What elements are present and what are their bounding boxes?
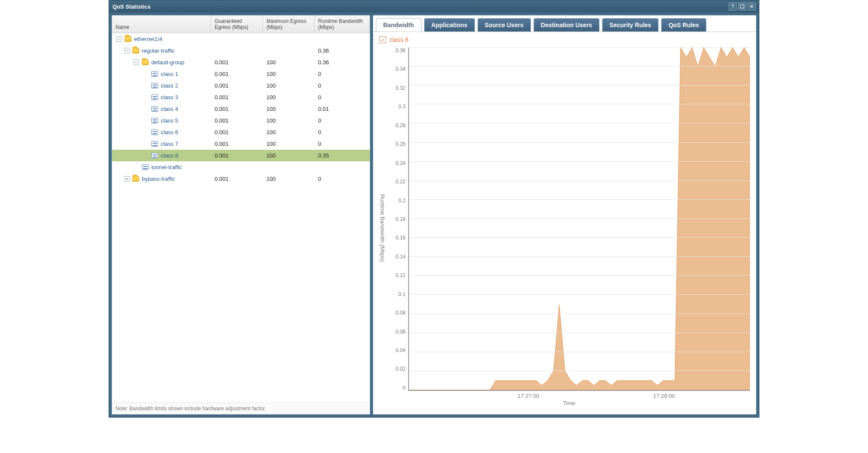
class-icon (142, 164, 149, 170)
tree-name-cell[interactable]: class 2 (112, 82, 211, 89)
close-button[interactable]: ✕ (748, 3, 756, 10)
col-header-maximum[interactable]: Maximum Egress (Mbps) (263, 16, 315, 33)
cell-runtime: 0 (315, 141, 370, 147)
tree-node-label[interactable]: class 1 (161, 71, 178, 77)
plot-grid: 00.020.040.060.080.10.120.140.160.180.20… (388, 47, 750, 391)
help-button[interactable]: ? (729, 3, 737, 10)
col-header-name[interactable]: Name (112, 16, 211, 33)
cell-runtime: 0 (315, 82, 370, 89)
tree-row-bypass-traffic[interactable]: +bypass-traffic0.0011000 (112, 173, 370, 185)
folder-icon (142, 60, 149, 65)
tree-row-class-1[interactable]: class 10.0011000 (112, 68, 370, 80)
tree-node-label[interactable]: tunnel-traffic (151, 164, 182, 170)
folder-icon (132, 48, 139, 53)
tree-node-label[interactable]: class 8 (161, 152, 178, 159)
tree-node-label[interactable]: class 2 (161, 82, 178, 89)
x-axis: 17:27:0017:28:00 Time (388, 391, 750, 408)
tree-node-label[interactable]: class 3 (161, 94, 178, 101)
expand-placeholder (143, 129, 149, 135)
expand-placeholder (143, 106, 149, 112)
y-tick: 0.28 (396, 123, 406, 129)
collapse-icon[interactable]: − (116, 36, 122, 42)
tree-name-cell[interactable]: class 7 (112, 141, 211, 147)
collapse-icon[interactable]: − (124, 48, 130, 53)
tree-node-label[interactable]: class 5 (161, 117, 178, 124)
cell-maximum: 100 (263, 71, 315, 77)
tree-name-cell[interactable]: class 5 (112, 117, 211, 124)
tree-row-class-2[interactable]: class 20.0011000 (112, 80, 370, 91)
plot-area[interactable] (408, 47, 750, 391)
chart-legend: ✓ class 8 (379, 36, 750, 43)
collapse-icon[interactable]: − (134, 60, 139, 65)
chart-area: ✓ class 8 Runtime Bandwidth (Mbps) 00.02… (373, 32, 756, 414)
tree-name-cell[interactable]: tunnel-traffic (112, 164, 211, 170)
tree-name-cell[interactable]: class 8 (112, 152, 211, 159)
area-series-class8 (409, 47, 750, 390)
folder-icon (125, 36, 131, 42)
tree-row-ethernet1-4[interactable]: −ethernet1/4 (112, 33, 370, 45)
legend-series-label[interactable]: class 8 (390, 36, 409, 43)
tree-node-label[interactable]: class 4 (161, 106, 178, 112)
tree-node-label[interactable]: ethernet1/4 (134, 36, 162, 42)
tree-node-label[interactable]: class 7 (161, 141, 178, 147)
tree-row-tunnel-traffic[interactable]: tunnel-traffic (112, 161, 370, 173)
y-tick: 0.16 (396, 235, 406, 241)
window-title: QoS Statistics (112, 3, 150, 10)
tab-security-rules[interactable]: Security Rules (602, 18, 659, 31)
legend-checkbox-class8[interactable]: ✓ (379, 36, 386, 43)
cell-maximum: 100 (263, 129, 315, 135)
tree-row-regular-traffic[interactable]: −regular-traffic0.36 (112, 45, 370, 57)
class-icon (151, 83, 158, 88)
y-tick: 0.36 (396, 47, 406, 53)
tab-qos-rules[interactable]: QoS Rules (661, 18, 706, 31)
expand-icon[interactable]: + (124, 176, 130, 182)
tree-row-default-group[interactable]: −default-group0.0011000.36 (112, 57, 370, 68)
tree-node-label[interactable]: regular-traffic (142, 47, 175, 54)
tree-name-cell[interactable]: −default-group (112, 59, 211, 66)
tree-node-label[interactable]: bypass-traffic (142, 176, 175, 182)
class-icon (151, 129, 158, 135)
bandwidth-note: Note: Bandwidth limits shown include har… (112, 403, 370, 414)
cell-maximum: 100 (263, 59, 315, 66)
chart-panel: BandwidthApplicationsSource UsersDestina… (373, 15, 756, 415)
tree-node-label[interactable]: default-group (151, 59, 184, 66)
tab-bandwidth[interactable]: Bandwidth (376, 18, 422, 31)
titlebar-controls: ? ✕ (729, 3, 756, 10)
tree-name-cell[interactable]: class 1 (112, 71, 211, 77)
tab-source-users[interactable]: Source Users (478, 18, 531, 31)
x-ticks: 17:27:0017:28:00 (388, 393, 750, 399)
tab-destination-users[interactable]: Destination Users (534, 18, 599, 31)
cell-maximum: 100 (263, 82, 315, 89)
tree-header: Name Guaranteed Egress (Mbps) Maximum Eg… (112, 16, 370, 33)
tree-row-class-4[interactable]: class 40.0011000.01 (112, 103, 370, 115)
cell-guaranteed: 0.001 (211, 141, 263, 147)
tree-node-label[interactable]: class 6 (161, 129, 178, 135)
tree-row-class-3[interactable]: class 30.0011000 (112, 91, 370, 103)
tree-name-cell[interactable]: +bypass-traffic (112, 176, 211, 182)
tree-panel: Name Guaranteed Egress (Mbps) Maximum Eg… (112, 15, 370, 415)
tree-row-class-8[interactable]: class 80.0011000.35 (112, 150, 370, 161)
maximize-button[interactable] (738, 3, 746, 10)
y-axis-label: Runtime Bandwidth (Mbps) (379, 47, 388, 408)
y-tick: 0.18 (396, 216, 406, 222)
col-header-runtime[interactable]: Runtime Bandwidth (Mbps) (315, 16, 370, 33)
tree-row-class-5[interactable]: class 50.0011000 (112, 115, 370, 126)
x-axis-label: Time (563, 400, 575, 406)
tree-row-class-6[interactable]: class 60.0011000 (112, 126, 370, 138)
tree-name-cell[interactable]: class 6 (112, 129, 211, 135)
expand-placeholder (143, 71, 149, 77)
tree-name-cell[interactable]: class 4 (112, 106, 211, 112)
tab-applications[interactable]: Applications (424, 18, 475, 31)
col-header-guaranteed[interactable]: Guaranteed Egress (Mbps) (211, 16, 263, 33)
tree-body[interactable]: −ethernet1/4−regular-traffic0.36−default… (112, 33, 370, 403)
svg-rect-0 (740, 5, 744, 8)
tree-name-cell[interactable]: class 3 (112, 94, 211, 101)
tree-name-cell[interactable]: −ethernet1/4 (114, 36, 213, 42)
tree-row-class-7[interactable]: class 70.0011000 (112, 138, 370, 150)
expand-placeholder (143, 94, 149, 100)
area-chart-svg (409, 47, 750, 390)
tree-name-cell[interactable]: −regular-traffic (112, 47, 211, 54)
cell-guaranteed: 0.001 (211, 152, 263, 159)
cell-maximum: 100 (263, 106, 315, 112)
y-tick: 0.08 (396, 310, 406, 316)
